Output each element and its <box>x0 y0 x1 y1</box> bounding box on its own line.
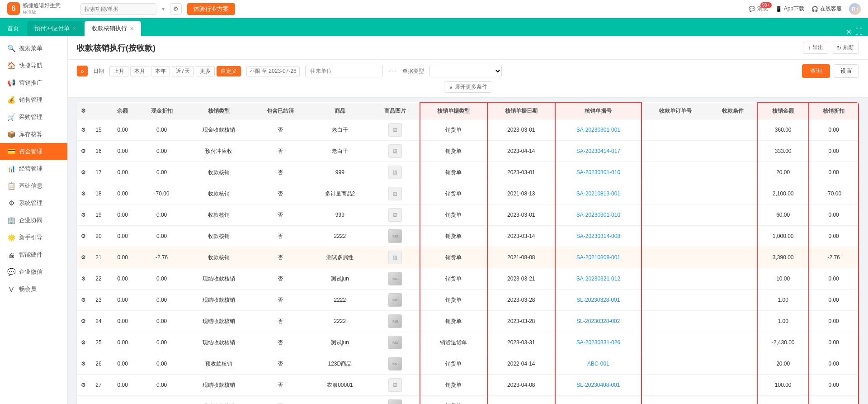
tab-receipts-close-icon[interactable]: ✕ <box>130 26 134 32</box>
bill-no-link[interactable]: SA-20230321-012 <box>576 276 620 282</box>
sidebar-item-purchase[interactable]: 🛒采购管理 <box>0 109 67 126</box>
more-date-btn[interactable]: 更多 <box>196 66 215 76</box>
bill-type-select[interactable] <box>429 65 502 77</box>
search-input[interactable] <box>80 3 156 15</box>
tab-prepay[interactable]: 预付冲应付单 ✕ <box>27 21 84 36</box>
bill-no-link[interactable]: SA-20230331-026 <box>576 339 620 346</box>
sidebar-item-system[interactable]: ⚙系统管理 <box>0 195 67 212</box>
sidebar-item-guide[interactable]: 🌟新手引导 <box>0 229 67 246</box>
sidebar-item-basic[interactable]: 📋基础信息 <box>0 177 67 195</box>
cell-settings[interactable]: ⚙ <box>77 141 90 162</box>
row-settings-icon[interactable]: ⚙ <box>81 361 86 367</box>
app-download-button[interactable]: 📱 App下载 <box>775 5 804 13</box>
cell-bill-no[interactable]: SA-20230321-012 <box>555 268 642 290</box>
row-settings-icon[interactable]: ⚙ <box>81 297 86 303</box>
settings-button[interactable]: 设置 <box>834 64 859 78</box>
sidebar-item-operation[interactable]: 📊经营管理 <box>0 160 67 177</box>
cell-settings[interactable]: ⚙ <box>77 375 90 396</box>
row-settings-icon[interactable]: ⚙ <box>81 148 86 154</box>
last-7-days-btn[interactable]: 近7天 <box>172 66 194 76</box>
cell-bill-no[interactable]: SA-20210808-001 <box>555 247 642 268</box>
cell-bill-no[interactable]: ABC-001 <box>555 353 642 375</box>
cell-settings[interactable]: ⚙ <box>77 183 90 204</box>
cell-bill-no[interactable]: SL-20230328-001 <box>555 290 642 311</box>
tab-receipts[interactable]: 收款核销执行 ✕ <box>85 21 141 36</box>
cell-settings[interactable]: ⚙ <box>77 119 90 141</box>
sidebar-item-finance[interactable]: 💳资金管理 <box>0 143 67 160</box>
row-settings-icon[interactable]: ⚙ <box>81 339 86 346</box>
cell-settings[interactable]: ⚙ <box>77 204 90 226</box>
this-year-btn[interactable]: 本年 <box>151 66 170 76</box>
this-month-btn[interactable]: 本月 <box>130 66 149 76</box>
sidebar-item-sales[interactable]: 💰销售管理 <box>0 91 67 109</box>
bill-no-link[interactable]: SL-20230328-001 <box>576 297 620 303</box>
row-settings-icon[interactable]: ⚙ <box>81 254 86 261</box>
sidebar-item-wechat[interactable]: 💬企业微信 <box>0 263 67 280</box>
cell-bill-no[interactable]: SA-20230414-017 <box>555 141 642 162</box>
cell-bill-no[interactable]: SL-20230408-001 <box>555 375 642 396</box>
customer-filter-input[interactable] <box>305 65 383 77</box>
notice-button[interactable]: 💬 消息 99+ <box>749 5 768 13</box>
cell-settings[interactable]: ⚙ <box>77 247 90 268</box>
date-range-display[interactable]: 不限 至 2023-07-26 <box>246 66 300 76</box>
cell-bill-no[interactable]: SA-20230301-010 <box>555 204 642 226</box>
sidebar-item-marketing[interactable]: 📢营销推广 <box>0 74 67 91</box>
cell-bill-no[interactable]: SA-20230314-008 <box>555 226 642 247</box>
sidebar-item-search[interactable]: 🔍搜索菜单 <box>0 40 67 57</box>
bill-no-link[interactable]: ABC-001 <box>587 361 609 367</box>
cell-settings[interactable]: ⚙ <box>77 311 90 332</box>
cell-settings[interactable]: ⚙ <box>77 162 90 183</box>
user-avatar[interactable]: Rit <box>849 3 861 15</box>
tab-maximize-icon[interactable]: ⛶ <box>855 28 863 36</box>
cell-settings[interactable]: ⚙ <box>77 332 90 353</box>
cell-bill-no[interactable]: SL-20230328-002 <box>555 311 642 332</box>
customer-more-icon[interactable]: ··· <box>388 67 397 75</box>
cell-bill-no[interactable]: SA-20230331-026 <box>555 332 642 353</box>
bill-no-link[interactable]: SA-20230301-010 <box>576 169 620 176</box>
sidebar-item-inventory[interactable]: 📦库存核算 <box>0 126 67 143</box>
cell-bill-no[interactable]: SA-20230301-010 <box>555 162 642 183</box>
export-button[interactable]: ↑ 导出 <box>803 42 828 54</box>
cell-settings[interactable]: ⚙ <box>77 353 90 375</box>
bill-no-link[interactable]: SL-20230328-002 <box>576 318 620 324</box>
sidebar-item-hardware[interactable]: 🖨智能硬件 <box>0 246 67 263</box>
cell-settings[interactable]: ⚙ <box>77 226 90 247</box>
sidebar-item-member[interactable]: V畅会员 <box>0 280 67 298</box>
bill-no-link[interactable]: SA-20210813-001 <box>576 190 620 197</box>
last-month-btn[interactable]: 上月 <box>109 66 128 76</box>
row-settings-icon[interactable]: ⚙ <box>81 233 86 239</box>
refresh-button[interactable]: ↻ 刷新 <box>832 42 859 54</box>
tab-prepay-close-icon[interactable]: ✕ <box>72 26 76 32</box>
tab-home[interactable]: 首页 <box>0 21 26 36</box>
row-settings-icon[interactable]: ⚙ <box>81 276 86 282</box>
row-settings-icon[interactable]: ⚙ <box>81 382 86 388</box>
bill-no-link[interactable]: SA-20230414-017 <box>576 148 620 154</box>
bill-no-link[interactable]: SA-20230301-001 <box>576 127 620 133</box>
bill-no-link[interactable]: SA-20210808-001 <box>576 254 620 261</box>
solution-button[interactable]: 体验行业方案 <box>187 3 235 15</box>
cell-bill-no[interactable]: SA-20210813-001 <box>555 183 642 204</box>
expand-filter-button[interactable]: » <box>77 66 88 76</box>
sidebar-item-enterprise[interactable]: 🏢企业协同 <box>0 212 67 229</box>
cell-settings[interactable]: ⚙ <box>77 396 90 404</box>
cell-bill-no[interactable]: SL-20230418-001 <box>555 396 642 404</box>
online-service-button[interactable]: 🎧 在线客服 <box>811 5 842 13</box>
query-button[interactable]: 查询 <box>802 64 830 78</box>
bill-no-link[interactable]: SA-20230301-010 <box>576 212 620 218</box>
custom-date-btn[interactable]: 自定义 <box>217 66 241 76</box>
row-settings-icon[interactable]: ⚙ <box>81 127 86 133</box>
sidebar-item-nav[interactable]: 🏠快捷导航 <box>0 57 67 74</box>
cell-settings[interactable]: ⚙ <box>77 290 90 311</box>
cell-settings[interactable]: ⚙ <box>77 268 90 290</box>
expand-more-button[interactable]: ∨ 展开更多条件 <box>444 81 492 93</box>
row-settings-icon[interactable]: ⚙ <box>81 318 86 324</box>
row-settings-icon[interactable]: ⚙ <box>81 169 86 176</box>
dropdown-chevron-icon[interactable]: ▾ <box>162 6 165 12</box>
gear-button[interactable]: ⚙ <box>170 3 182 15</box>
cell-bill-no[interactable]: SA-20230301-001 <box>555 119 642 141</box>
row-settings-icon[interactable]: ⚙ <box>81 190 86 197</box>
tab-close-all-icon[interactable]: ✕ <box>846 28 852 36</box>
bill-no-link[interactable]: SL-20230408-001 <box>576 382 620 388</box>
bill-no-link[interactable]: SA-20230314-008 <box>576 233 620 239</box>
row-settings-icon[interactable]: ⚙ <box>81 212 86 218</box>
